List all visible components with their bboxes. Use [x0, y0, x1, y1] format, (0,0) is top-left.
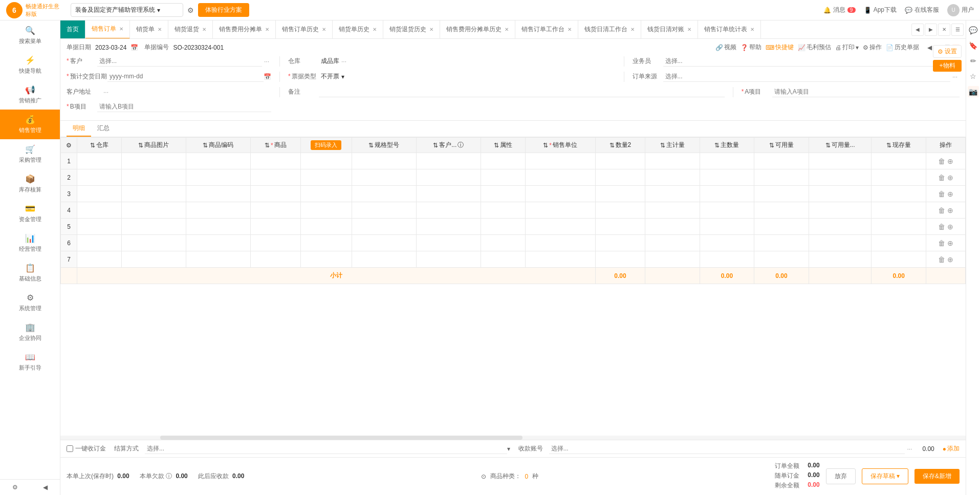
cell-main-qty[interactable]: [700, 219, 754, 235]
cell-spec[interactable]: [352, 202, 416, 219]
delete-icon[interactable]: 🗑: [938, 239, 945, 247]
sidebar-item-enterprise[interactable]: 🏢 企业协同: [0, 317, 60, 347]
copy-icon[interactable]: ⊕: [947, 190, 953, 198]
system-selector[interactable]: 装备及固定资产辅助管理系统 ▾: [71, 3, 183, 17]
tab-sales-order-workbench[interactable]: 销售订单工作台 ✕: [515, 20, 578, 39]
customer-input[interactable]: [97, 56, 262, 67]
col-spec-header[interactable]: ⇅规格型号: [352, 138, 416, 153]
col-available-qty-header[interactable]: ⇅可用量: [754, 138, 809, 153]
cell-qty2[interactable]: [595, 251, 645, 268]
payment-method-chevron-icon[interactable]: ▾: [507, 445, 510, 453]
tab-close-icon[interactable]: ✕: [202, 27, 206, 32]
cell-product[interactable]: [250, 202, 300, 219]
sidebar-item-purchase[interactable]: 🛒 采购管理: [0, 139, 60, 169]
tab-sales-refund[interactable]: 销货退货 ✕: [168, 20, 213, 39]
cell-customer-ref[interactable]: [416, 202, 481, 219]
cell-customer-ref[interactable]: [416, 186, 481, 202]
operation-btn[interactable]: ⚙操作: [863, 43, 882, 52]
settings-icon[interactable]: ⚙: [66, 142, 72, 149]
cell-customer-ref[interactable]: [416, 251, 481, 268]
col-attribute-header[interactable]: ⇅属性: [481, 138, 525, 153]
tab-sales-return-history[interactable]: 销货单历史 ✕: [333, 20, 383, 39]
delivery-calendar-icon[interactable]: 📅: [264, 73, 271, 80]
tab-close-icon[interactable]: ✕: [505, 27, 509, 32]
cell-qty2[interactable]: [595, 169, 645, 186]
cell-qty2[interactable]: [595, 186, 645, 202]
cell-unit[interactable]: [525, 235, 595, 251]
col-main-qty-header[interactable]: ⇅主数量: [700, 138, 754, 153]
tab-close-icon[interactable]: ✕: [158, 27, 162, 32]
history-btn[interactable]: 📄历史单据: [886, 43, 919, 52]
cell-product-code[interactable]: [186, 202, 250, 219]
tab-sales-refund-history[interactable]: 销货退货历史 ✕: [383, 20, 440, 39]
copy-icon[interactable]: ⊕: [947, 239, 953, 247]
tab-cash-workbench[interactable]: 钱货日清工作台 ✕: [578, 20, 641, 39]
cell-warehouse[interactable]: [77, 219, 122, 235]
app-download-btn[interactable]: 📱 App下载: [864, 6, 897, 14]
address-more-btn[interactable]: ···: [101, 89, 111, 96]
one-click-payment-checkbox[interactable]: 一键收订金: [67, 444, 106, 453]
cell-qty2[interactable]: [595, 235, 645, 251]
cell-unit[interactable]: [525, 153, 595, 169]
print-btn[interactable]: 🖨打印 ▾: [835, 43, 859, 52]
cell-main-qty[interactable]: [700, 202, 754, 219]
cell-main-qty[interactable]: [700, 186, 754, 202]
scrollbar-area[interactable]: [60, 436, 966, 440]
delete-icon[interactable]: 🗑: [938, 223, 945, 231]
delete-icon[interactable]: 🗑: [938, 157, 945, 165]
cell-qty2[interactable]: [595, 202, 645, 219]
cell-customer-ref[interactable]: [416, 153, 481, 169]
tab-detail[interactable]: 明细: [67, 121, 91, 137]
cell-product[interactable]: [250, 169, 300, 186]
cell-qty2[interactable]: [595, 153, 645, 169]
right-chat-icon[interactable]: 💬: [968, 25, 979, 36]
gear-icon[interactable]: ⚙: [187, 6, 194, 14]
cell-product[interactable]: [250, 153, 300, 169]
tab-close-icon[interactable]: ✕: [750, 27, 754, 32]
user-btn[interactable]: U 用户: [947, 4, 974, 16]
cell-warehouse[interactable]: [77, 235, 122, 251]
account-more-btn[interactable]: ···: [905, 445, 914, 453]
copy-icon[interactable]: ⊕: [947, 255, 953, 264]
tab-sales-order-history[interactable]: 销售订单历史 ✕: [276, 20, 333, 39]
copy-icon[interactable]: ⊕: [947, 223, 953, 231]
sidebar-item-marketing[interactable]: 📢 营销推广: [0, 80, 60, 110]
cell-product-code[interactable]: [186, 235, 250, 251]
cell-attribute[interactable]: [481, 219, 525, 235]
copy-icon[interactable]: ⊕: [947, 206, 953, 214]
sidebar-item-guide[interactable]: 📖 新手引导: [0, 347, 60, 377]
save-new-btn[interactable]: 保存&新增: [914, 469, 960, 484]
col-customer-ref-header[interactable]: ⇅客户...ⓘ: [416, 138, 481, 153]
tab-sales-summary[interactable]: 销售订单统计表 ✕: [698, 20, 761, 39]
cell-warehouse[interactable]: [77, 251, 122, 268]
right-scan-icon[interactable]: 📷: [968, 86, 979, 97]
col-product-header[interactable]: ⇅*商品: [250, 138, 300, 153]
col-current-qty-header[interactable]: ⇅现存量: [872, 138, 926, 153]
settings-btn[interactable]: ⚙ 设置: [933, 45, 962, 58]
calendar-icon[interactable]: 📅: [130, 44, 138, 51]
cell-product-code[interactable]: [186, 169, 250, 186]
sidebar-item-inventory[interactable]: 📦 库存核算: [0, 169, 60, 199]
col-settings-header[interactable]: ⚙: [61, 138, 77, 153]
col-qty2-header[interactable]: ⇅数量2: [595, 138, 645, 153]
save-draft-btn[interactable]: 保存草稿 ▾: [862, 468, 908, 484]
add-item-btn[interactable]: +物料: [933, 60, 962, 72]
cell-warehouse[interactable]: [77, 153, 122, 169]
cell-spec[interactable]: [352, 219, 416, 235]
right-edit-icon[interactable]: ✏: [968, 55, 979, 67]
tab-close-icon[interactable]: ✕: [630, 27, 635, 32]
order-source-more-btn[interactable]: ···: [950, 73, 960, 80]
cell-attribute[interactable]: [481, 202, 525, 219]
col-product-code-header[interactable]: ⇅商品编码: [186, 138, 250, 153]
tab-close-icon[interactable]: ✕: [429, 27, 433, 32]
delivery-date-input[interactable]: [107, 71, 264, 82]
tab-close-icon[interactable]: ✕: [687, 27, 691, 32]
delete-icon[interactable]: 🗑: [938, 190, 945, 198]
tab-close-icon[interactable]: ✕: [373, 27, 377, 32]
tab-next-btn[interactable]: ▶: [925, 24, 937, 36]
sidebar-item-quick-nav[interactable]: ⚡ 快捷导航: [0, 50, 60, 80]
tab-sales-return[interactable]: 销货单 ✕: [130, 20, 168, 39]
notification-btn[interactable]: 🔔 消息 9: [823, 6, 856, 14]
col-main-unit-header[interactable]: ⇅主计量: [645, 138, 700, 153]
tab-menu-btn[interactable]: ☰: [951, 24, 964, 36]
